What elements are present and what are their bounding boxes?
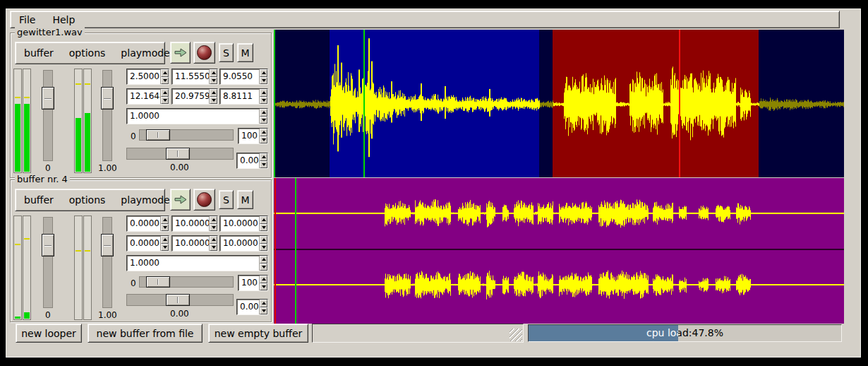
cpu-load-bar: cpu load:47.8% cpu load:47.8% — [528, 324, 842, 342]
level-meter — [23, 69, 31, 173]
spin-buttons[interactable] — [259, 69, 267, 84]
play-arrow-icon — [174, 195, 187, 204]
loop-start-spinbox[interactable]: 0.0000 — [126, 216, 169, 232]
range-min-label: 0 — [131, 131, 136, 141]
range-slider[interactable] — [139, 276, 234, 288]
play-button[interactable] — [170, 189, 191, 211]
spin-buttons[interactable] — [259, 109, 267, 124]
play-button[interactable] — [170, 42, 191, 64]
window-end-spinbox[interactable]: 20.9759 — [171, 88, 218, 105]
volume-fader[interactable] — [101, 217, 114, 308]
options-menu-button[interactable]: options — [69, 47, 106, 59]
level-meter — [83, 69, 92, 173]
spin-buttons[interactable] — [259, 216, 267, 231]
loop-length-spinbox[interactable]: 10.0000 — [219, 216, 268, 232]
level-meter — [74, 69, 83, 173]
pan-spinbox[interactable]: 0.00 — [236, 299, 268, 315]
volume-fader[interactable] — [101, 70, 114, 161]
looper-panel-2: buffer nr. 4 buffer options playmode S M… — [10, 179, 272, 322]
new-empty-buffer-button[interactable]: new empty buffer — [208, 324, 308, 343]
looper-panel-1: gewitter1.wav buffer options playmode S … — [10, 33, 272, 178]
spin-buttons[interactable] — [160, 216, 169, 231]
range-min-label: 0 — [131, 278, 136, 288]
menu-help[interactable]: Help — [44, 13, 83, 27]
options-menu-button[interactable]: options — [69, 194, 106, 206]
panel-title: gewitter1.wav — [15, 27, 85, 38]
fader-max-label: 1.00 — [98, 310, 117, 320]
loop-start-spinbox[interactable]: 2.5000 — [126, 69, 169, 85]
spin-buttons[interactable] — [209, 216, 217, 231]
loop-length-spinbox[interactable]: 9.0550 — [219, 69, 268, 85]
panel-title: buffer nr. 4 — [15, 174, 70, 185]
menu-file[interactable]: File — [11, 13, 44, 27]
level-meter — [23, 216, 31, 320]
level-meter — [83, 216, 92, 320]
window-end-spinbox[interactable]: 10.0000 — [171, 235, 218, 252]
waveform-view-top[interactable] — [274, 30, 844, 177]
status-field — [312, 324, 524, 343]
new-looper-button[interactable]: new looper — [16, 324, 82, 343]
volume-fader[interactable] — [42, 70, 54, 161]
pan-slider[interactable] — [126, 294, 234, 306]
buffer-menu-button[interactable]: buffer — [24, 194, 54, 206]
mute-button[interactable]: M — [237, 43, 253, 62]
app-window: File Help gewitter1.wav buffer options p… — [6, 8, 861, 358]
screen: File Help gewitter1.wav buffer options p… — [0, 0, 868, 366]
spin-buttons[interactable] — [259, 276, 267, 290]
spin-buttons[interactable] — [209, 89, 217, 104]
record-button[interactable] — [193, 189, 215, 211]
cpu-load-fill: cpu load:47.8% — [529, 325, 678, 341]
window-start-spinbox[interactable]: 0.0000 — [126, 235, 169, 252]
pan-value-label: 0.00 — [170, 309, 189, 319]
spin-buttons[interactable] — [160, 89, 169, 104]
spin-buttons[interactable] — [259, 236, 267, 251]
range-slider[interactable] — [139, 129, 234, 141]
record-icon — [197, 45, 212, 60]
spin-buttons[interactable] — [259, 89, 267, 104]
menu-bar: File Help — [10, 11, 840, 28]
rate-spinbox[interactable]: 1.0000 — [126, 255, 268, 271]
buffer-menu-button[interactable]: buffer — [24, 47, 54, 59]
spin-buttons[interactable] — [259, 256, 267, 271]
level-meter — [13, 216, 22, 320]
spin-buttons[interactable] — [160, 236, 169, 251]
range-spinbox[interactable]: 100 — [238, 275, 268, 291]
level-meter — [13, 69, 22, 173]
level-meter — [74, 216, 83, 320]
spin-buttons[interactable] — [209, 69, 217, 84]
window-length-spinbox[interactable]: 10.0000 — [219, 235, 268, 252]
panel-menu-buttons: buffer options playmode — [15, 42, 165, 64]
spin-buttons[interactable] — [259, 129, 267, 143]
spin-buttons[interactable] — [209, 236, 217, 251]
window-length-spinbox[interactable]: 8.8111 — [219, 88, 268, 105]
volume-fader[interactable] — [42, 217, 54, 308]
pan-value-label: 0.00 — [170, 163, 189, 172]
solo-button[interactable]: S — [219, 43, 234, 62]
fader-min-label: 0 — [45, 163, 51, 173]
playmode-menu-button[interactable]: playmode — [121, 194, 169, 206]
pan-slider[interactable] — [126, 148, 234, 160]
pan-spinbox[interactable]: 0.00 — [236, 153, 268, 169]
spin-buttons[interactable] — [160, 69, 169, 84]
resize-grip-icon[interactable] — [510, 329, 522, 341]
spin-buttons[interactable] — [259, 153, 267, 168]
panel-menu-buttons: buffer options playmode — [15, 189, 165, 211]
mute-button[interactable]: M — [237, 190, 253, 209]
play-arrow-icon — [174, 48, 187, 57]
record-button[interactable] — [193, 42, 215, 64]
fader-max-label: 1.00 — [98, 163, 117, 173]
waveform-view-bottom[interactable] — [274, 178, 844, 324]
solo-button[interactable]: S — [219, 190, 234, 209]
loop-end-spinbox[interactable]: 11.5550 — [171, 69, 218, 85]
rate-spinbox[interactable]: 1.0000 — [126, 108, 268, 124]
new-buffer-from-file-button[interactable]: new buffer from file — [88, 324, 203, 343]
spin-buttons[interactable] — [259, 300, 267, 314]
record-icon — [197, 192, 212, 207]
loop-end-spinbox[interactable]: 10.0000 — [171, 216, 218, 232]
fader-min-label: 0 — [45, 310, 51, 320]
playmode-menu-button[interactable]: playmode — [121, 47, 169, 59]
range-spinbox[interactable]: 100 — [238, 128, 268, 144]
window-start-spinbox[interactable]: 12.1648 — [126, 88, 169, 105]
